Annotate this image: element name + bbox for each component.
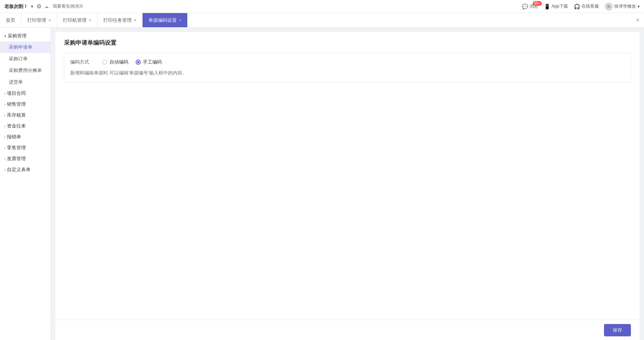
app-download-button[interactable]: App下载: [544, 3, 568, 9]
tab-barcode-setting[interactable]: 单据编码设置 ×: [143, 13, 188, 27]
tab-barcode-setting-label: 单据编码设置: [148, 17, 177, 24]
message-button[interactable]: 消息 99+: [522, 3, 538, 9]
tab-printer-mgmt-label: 打印机管理: [63, 17, 87, 24]
inventory-chevron-icon: ›: [4, 113, 5, 117]
sidebar-section-invoice[interactable]: › 发票管理: [0, 153, 51, 164]
radio-manual-code-circle: [136, 60, 141, 65]
hint-text: 新增和编辑单据时,可以编辑'单据编号'输入框中的内容。: [70, 70, 625, 76]
online-service-button[interactable]: 在线客服: [574, 3, 599, 9]
radio-manual-code[interactable]: 手工编码: [136, 59, 162, 65]
settings-icon[interactable]: [36, 3, 41, 10]
sales-chevron-icon: ›: [4, 102, 5, 106]
avatar: 头: [605, 3, 613, 11]
user-menu-button[interactable]: 头 徐泽华修改 ▾: [605, 3, 640, 11]
user-dropdown-icon: ▾: [637, 4, 640, 9]
top-bar: 老板勿割！ ▾ 我要看实例演示 消息 99+ App下载 在线客服 头 徐泽华修…: [0, 0, 644, 13]
sidebar-section-custom-form[interactable]: › 自定义表单: [0, 164, 51, 175]
content-footer: 保存: [55, 320, 640, 340]
tab-printer-mgmt-close[interactable]: ×: [89, 18, 91, 23]
logo-dropdown-icon[interactable]: ▾: [31, 4, 33, 9]
tab-print-mgmt[interactable]: 打印管理 ×: [21, 13, 57, 27]
tab-print-mgmt-label: 打印管理: [27, 17, 46, 24]
page-title: 采购申请单编码设置: [64, 39, 631, 47]
sidebar-section-purchase[interactable]: ▾ 采购管理: [0, 31, 51, 41]
tab-bar-close-all[interactable]: ×: [631, 13, 644, 27]
top-bar-left: 老板勿割！ ▾ 我要看实例演示: [4, 3, 83, 10]
app-icon: [544, 4, 550, 9]
tab-printer-mgmt[interactable]: 打印机管理 ×: [57, 13, 97, 27]
top-bar-right: 消息 99+ App下载 在线客服 头 徐泽华修改 ▾: [522, 3, 640, 11]
radio-auto-code[interactable]: 自动编码: [102, 59, 128, 65]
content-area: 采购申请单编码设置 编码方式 自动编码 手工编码: [51, 28, 644, 340]
sidebar-section-return[interactable]: › 报销单: [0, 131, 51, 142]
content-inner: 采购申请单编码设置 编码方式 自动编码 手工编码: [55, 32, 640, 320]
tab-print-task-mgmt[interactable]: 打印任务管理 ×: [97, 13, 143, 27]
tab-barcode-setting-close[interactable]: ×: [179, 18, 181, 23]
radio-auto-code-circle: [102, 60, 107, 65]
finance-chevron-icon: ›: [4, 124, 5, 128]
encode-row: 编码方式 自动编码 手工编码: [70, 59, 625, 65]
service-icon: [574, 4, 580, 9]
sidebar-item-purchase-in[interactable]: 进货单: [0, 76, 51, 88]
project-contract-chevron-icon: ›: [4, 92, 5, 96]
tab-print-mgmt-close[interactable]: ×: [48, 18, 51, 23]
invoice-chevron-icon: ›: [4, 157, 5, 161]
tab-print-task-mgmt-label: 打印任务管理: [103, 17, 132, 24]
encode-form: 编码方式 自动编码 手工编码 新增和编辑单据时,可以编辑'单据编号'输入框中的内…: [64, 53, 631, 82]
sidebar-section-purchase-label: 采购管理: [8, 33, 27, 39]
sidebar-item-purchase-order[interactable]: 采购订单: [0, 53, 51, 65]
main-layout: ▾ 采购管理 采购申请单 采购订单 采购费用分摊单 进货单 › 项目合同 › 销…: [0, 28, 644, 340]
sidebar-section-inventory[interactable]: › 库存核算: [0, 110, 51, 121]
sidebar-section-retail[interactable]: › 零售管理: [0, 142, 51, 153]
sidebar-item-purchase-request[interactable]: 采购申请单: [0, 41, 51, 53]
tab-bar: 首页 打印管理 × 打印机管理 × 打印任务管理 × 单据编码设置 × ×: [0, 13, 644, 28]
sidebar-item-purchase-expense[interactable]: 采购费用分摊单: [0, 65, 51, 76]
tab-home[interactable]: 首页: [0, 13, 21, 27]
custom-form-chevron-icon: ›: [4, 168, 5, 172]
demo-link[interactable]: 我要看实例演示: [44, 3, 83, 9]
radio-auto-code-label: 自动编码: [109, 59, 128, 65]
radio-group: 自动编码 手工编码: [102, 59, 162, 65]
purchase-chevron-icon: ▾: [4, 34, 6, 38]
encode-label: 编码方式: [70, 59, 93, 65]
radio-manual-code-label: 手工编码: [143, 59, 162, 65]
retail-chevron-icon: ›: [4, 146, 5, 150]
sidebar-section-finance[interactable]: › 资金往来: [0, 121, 51, 131]
save-button[interactable]: 保存: [604, 324, 631, 336]
tab-print-task-mgmt-close[interactable]: ×: [134, 18, 136, 23]
app-logo: 老板勿割！: [4, 3, 28, 10]
message-badge: 99+: [533, 1, 542, 6]
message-icon: [522, 4, 528, 9]
return-chevron-icon: ›: [4, 135, 5, 139]
sidebar-section-project-contract[interactable]: › 项目合同: [0, 88, 51, 99]
sidebar: ▾ 采购管理 采购申请单 采购订单 采购费用分摊单 进货单 › 项目合同 › 销…: [0, 28, 51, 340]
sidebar-section-sales[interactable]: › 销售管理: [0, 99, 51, 110]
tab-home-label: 首页: [6, 17, 15, 24]
